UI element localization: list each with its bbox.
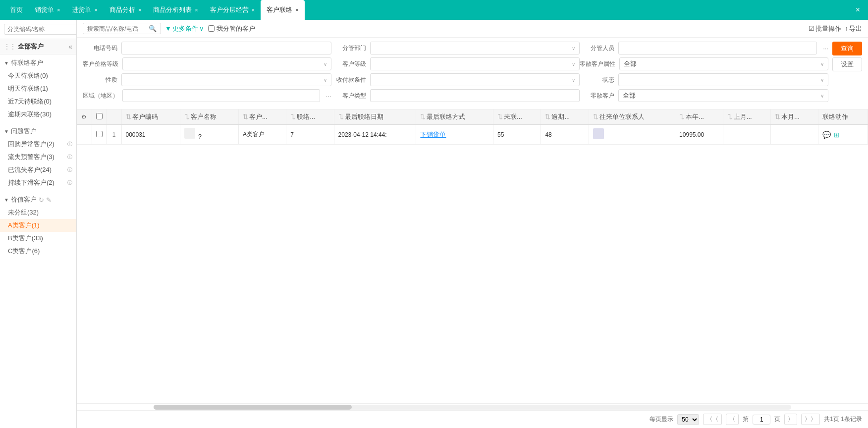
- row-last-method[interactable]: 下销货单: [416, 125, 493, 145]
- horizontal-scrollbar-track[interactable]: [154, 405, 791, 410]
- nav-tab-customer-contact[interactable]: 客户联络 ×: [261, 0, 304, 20]
- more-icon-person[interactable]: ···: [823, 45, 828, 52]
- last-method-link[interactable]: 下销货单: [420, 131, 446, 138]
- last-page-button[interactable]: 〉〉: [801, 414, 820, 425]
- nav-home-label: 首页: [10, 5, 23, 14]
- filter-input-customer-type[interactable]: [370, 89, 580, 102]
- prev-page-button[interactable]: 〈: [726, 414, 739, 425]
- sidebar-item-class-b[interactable]: B类客户(33): [0, 232, 76, 245]
- pagination: 每页显示 50 〈〈 〈 第 页 〉 〉〉 共1页 1条记录: [77, 410, 868, 428]
- sidebar-item-7days[interactable]: 近7天待联络(0): [0, 95, 76, 108]
- more-filter-button[interactable]: ▼ 更多条件 ∨: [165, 24, 204, 33]
- nav-analysis-list-label: 商品分析列表: [153, 5, 192, 14]
- filter-row-2: 客户价格等级 ∨ 客户等级 ∨: [83, 57, 828, 70]
- sort-sep-year: ⇅: [679, 113, 685, 120]
- filter-select-nature[interactable]: ∨: [121, 73, 331, 86]
- next-page-button[interactable]: 〉: [784, 414, 797, 425]
- table-header-last-date[interactable]: ⇅最后联络日期: [334, 109, 416, 125]
- page-input[interactable]: [753, 415, 770, 425]
- nav-tab-customer-mgmt[interactable]: 客户分层经营 ×: [204, 0, 261, 20]
- filter-select-payment[interactable]: ∨: [370, 73, 580, 86]
- nav-close-purchase[interactable]: ×: [94, 7, 97, 13]
- table-header-overdue[interactable]: ⇅逾期...: [541, 109, 589, 125]
- sidebar-item-churned[interactable]: 已流失客户(24) ⓘ: [0, 163, 76, 176]
- filter-select-scattered-attr[interactable]: 全部 ∨: [619, 57, 828, 70]
- filter-input-region[interactable]: [122, 89, 320, 102]
- sidebar-group-pending-title[interactable]: ▼ 待联络客户: [0, 56, 76, 69]
- refresh-icon[interactable]: ↻: [39, 196, 44, 204]
- nav-close-analysis-list[interactable]: ×: [195, 7, 198, 13]
- close-all-tabs-button[interactable]: ×: [852, 5, 864, 14]
- table-header-customer-type-label: 客户...: [249, 113, 268, 120]
- sidebar-item-today[interactable]: 今天待联络(0): [0, 69, 76, 82]
- table-header-gear[interactable]: ⚙: [77, 109, 92, 125]
- filter-cell-customer-type: 客户类型: [331, 89, 580, 102]
- search-input[interactable]: [87, 25, 147, 32]
- table-header-last-method[interactable]: ⇅最后联络方式: [416, 109, 493, 125]
- checkbox-icon: ☑: [809, 25, 814, 32]
- chat-icon[interactable]: 💬: [822, 131, 831, 139]
- filter-input-person[interactable]: [618, 42, 817, 54]
- my-customer-checkbox[interactable]: [208, 25, 215, 32]
- filter-select-status[interactable]: ∨: [618, 73, 828, 86]
- batch-operation-button[interactable]: ☑ 批量操作: [809, 24, 841, 33]
- table-header-last-month[interactable]: ⇅上月...: [723, 109, 770, 125]
- sidebar-item-churn-warning-label: 流失预警客户(3): [8, 153, 54, 161]
- filter-input-phone[interactable]: [121, 42, 331, 54]
- sidebar-item-overdue-label: 逾期未联络(30): [8, 110, 52, 119]
- sidebar-item-unclassified[interactable]: 未分组(32): [0, 206, 76, 219]
- table-header-code[interactable]: ⇅客户编码: [121, 109, 180, 125]
- filter-select-price-level[interactable]: ∨: [122, 57, 331, 70]
- sidebar-group-problem-title[interactable]: ▼ 问题客户: [0, 125, 76, 138]
- sidebar-item-overdue[interactable]: 逾期未联络(30): [0, 108, 76, 121]
- first-page-button[interactable]: 〈〈: [703, 414, 722, 425]
- nav-close-analysis[interactable]: ×: [138, 7, 141, 13]
- nav-close-customer-contact[interactable]: ×: [295, 7, 298, 13]
- nav-tab-purchase[interactable]: 进货单 ×: [66, 0, 103, 20]
- sidebar-item-repurchase-abnormal[interactable]: 回购异常客户(2) ⓘ: [0, 138, 76, 151]
- sidebar-item-declining[interactable]: 持续下滑客户(2) ⓘ: [0, 176, 76, 189]
- nav-close-sales[interactable]: ×: [57, 7, 60, 13]
- horizontal-scrollbar-thumb[interactable]: [154, 405, 352, 410]
- filter-select-scattered[interactable]: 全部 ∨: [618, 89, 828, 102]
- sidebar-item-class-c[interactable]: C类客户(6): [0, 245, 76, 258]
- query-button[interactable]: 查询: [832, 42, 862, 55]
- nav-tab-analysis-list[interactable]: 商品分析列表 ×: [147, 0, 204, 20]
- sidebar-item-tomorrow[interactable]: 明天待联络(1): [0, 82, 76, 95]
- table-header-customer-type[interactable]: ⇅客户...: [238, 109, 286, 125]
- table-header-contact-count[interactable]: ⇅联络...: [286, 109, 334, 125]
- select-all-checkbox[interactable]: [96, 113, 103, 119]
- filter-label-scattered-attr: 零散客户属性: [580, 60, 615, 68]
- nav-tab-analysis[interactable]: 商品分析 ×: [104, 0, 147, 20]
- row-checkbox[interactable]: [96, 131, 103, 137]
- per-page-select[interactable]: 50: [677, 414, 699, 425]
- nav-close-customer-mgmt[interactable]: ×: [252, 7, 255, 13]
- qr-icon[interactable]: ⊞: [834, 131, 840, 139]
- sidebar-collapse-icon[interactable]: «: [68, 43, 72, 51]
- more-icon-region[interactable]: ···: [326, 92, 331, 100]
- filter-select-customer-level[interactable]: ∨: [370, 57, 580, 70]
- table-header-this-month[interactable]: ⇅本月...: [771, 109, 818, 125]
- sidebar-item-class-a[interactable]: A类客户(1): [0, 219, 76, 232]
- row-check[interactable]: [92, 125, 107, 145]
- sidebar-group-value-label: 价值客户: [11, 195, 37, 204]
- table-header-this-year[interactable]: ⇅本年...: [675, 109, 723, 125]
- sidebar-item-churned-label: 已流失客户(24): [8, 165, 52, 174]
- filter-label-nature: 性质: [83, 76, 117, 84]
- nav-tab-home[interactable]: 首页: [4, 0, 29, 20]
- sidebar-search-input[interactable]: [4, 24, 77, 35]
- edit-icon[interactable]: ✎: [46, 196, 52, 204]
- setting-button[interactable]: 设置: [832, 57, 862, 71]
- nav-tab-sales[interactable]: 销货单 ×: [29, 0, 66, 20]
- table-header-check[interactable]: [92, 109, 107, 125]
- sidebar-item-churn-warning[interactable]: 流失预警客户(3) ⓘ: [0, 151, 76, 163]
- chevron-scattered-attr-icon: ∨: [820, 61, 824, 67]
- table-header-name[interactable]: ⇅客户名称: [180, 109, 238, 125]
- table-header-contact-person[interactable]: ⇅往来单位联系人: [589, 109, 675, 125]
- sidebar: 🔍 ⋮⋮ 全部客户 « ▼ 待联络客户 今天待联络(0) 明天待联络(1) 近7…: [0, 20, 77, 428]
- export-button[interactable]: ↑ 导出: [845, 24, 863, 33]
- table-header-no-contact[interactable]: ⇅未联...: [493, 109, 541, 125]
- sidebar-group-value-title[interactable]: ▼ 价值客户 ↻ ✎: [0, 193, 76, 206]
- filter-select-dept[interactable]: ∨: [370, 42, 580, 54]
- search-icon[interactable]: 🔍: [149, 25, 157, 32]
